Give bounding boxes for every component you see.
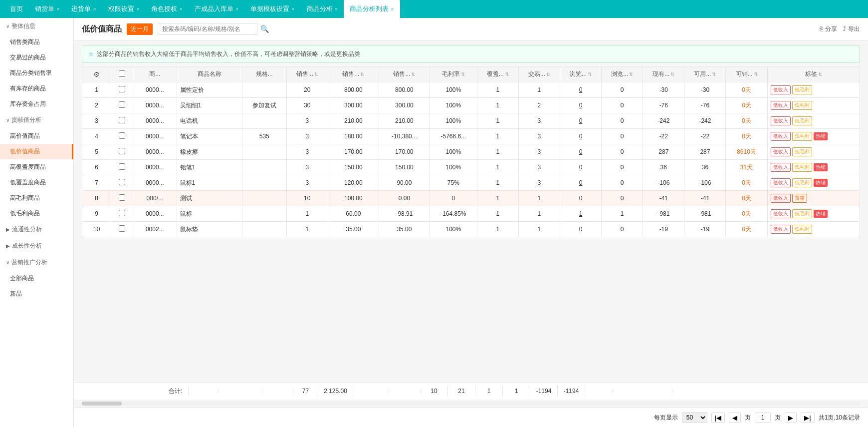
row-browse1-4[interactable]: 0 bbox=[560, 144, 601, 160]
row-browse1-5[interactable]: 0 bbox=[560, 160, 601, 175]
per-page-select[interactable]: 50 100 200 bbox=[682, 412, 707, 423]
col-header-5[interactable]: 销售...⇅ bbox=[286, 66, 328, 82]
table-container[interactable]: ⚙商...商品名称规格...销售...⇅销售...⇅销售...⇅毛利率⇅覆盖..… bbox=[74, 66, 868, 382]
sidebar-group-成长性分析[interactable]: ▶成长性分析 bbox=[0, 238, 73, 254]
row-browse1-0[interactable]: 0 bbox=[560, 82, 601, 98]
col-header-16[interactable]: 标签⇅ bbox=[767, 66, 860, 82]
close-tab-icon[interactable]: × bbox=[56, 6, 59, 12]
col-header-12[interactable]: 浏览...⇅ bbox=[602, 66, 643, 82]
close-tab-icon[interactable]: × bbox=[335, 6, 338, 12]
sort-icon-13[interactable]: ⇅ bbox=[670, 71, 674, 77]
sidebar-item-交易过的商品[interactable]: 交易过的商品 bbox=[0, 50, 73, 65]
nav-item-进货单[interactable]: 进货单 × bbox=[65, 0, 102, 18]
nav-item-销货单[interactable]: 销货单 × bbox=[29, 0, 65, 18]
nav-item-单据模板设置[interactable]: 单据模板设置 × bbox=[244, 0, 300, 18]
close-tab-icon[interactable]: × bbox=[136, 6, 139, 12]
row-checkbox-9[interactable] bbox=[119, 225, 125, 232]
browse1-link-1[interactable]: 0 bbox=[579, 102, 583, 109]
row-checkbox-0[interactable] bbox=[119, 86, 125, 92]
col-header-11[interactable]: 浏览...⇅ bbox=[560, 66, 601, 82]
browse1-link-3[interactable]: 0 bbox=[579, 133, 583, 140]
sidebar-group-流通性分析[interactable]: ▶流通性分析 bbox=[0, 221, 73, 238]
sidebar-item-低价值商品[interactable]: 低价值商品 bbox=[0, 144, 73, 159]
row-check-7[interactable] bbox=[111, 191, 133, 206]
sort-icon-7[interactable]: ⇅ bbox=[411, 71, 415, 77]
browse1-link-5[interactable]: 0 bbox=[579, 164, 583, 171]
sidebar-item-高毛利商品[interactable]: 高毛利商品 bbox=[0, 190, 73, 206]
scrollbar-thumb[interactable] bbox=[82, 402, 122, 406]
sort-icon-10[interactable]: ⇅ bbox=[546, 71, 550, 77]
sidebar-item-全部商品[interactable]: 全部商品 bbox=[0, 271, 73, 286]
col-header-0[interactable]: ⚙ bbox=[82, 66, 111, 82]
browse1-link-7[interactable]: 0 bbox=[579, 195, 583, 202]
sort-icon-6[interactable]: ⇅ bbox=[360, 71, 364, 77]
row-browse1-9[interactable]: 0 bbox=[560, 222, 601, 237]
filter-button[interactable]: 近一月 bbox=[127, 23, 153, 35]
nav-item-商品分析列表[interactable]: 商品分析列表 × bbox=[344, 0, 400, 18]
sidebar-item-商品分类销售率[interactable]: 商品分类销售率 bbox=[0, 65, 73, 81]
row-browse1-3[interactable]: 0 bbox=[560, 129, 601, 144]
sidebar-item-低覆盖度商品[interactable]: 低覆盖度商品 bbox=[0, 175, 73, 190]
col-header-13[interactable]: 现有...⇅ bbox=[643, 66, 684, 82]
row-check-6[interactable] bbox=[111, 175, 133, 191]
sort-icon-16[interactable]: ⇅ bbox=[818, 71, 822, 77]
col-header-4[interactable]: 规格... bbox=[242, 66, 286, 82]
col-header-10[interactable]: 交易...⇅ bbox=[518, 66, 560, 82]
row-checkbox-5[interactable] bbox=[119, 163, 125, 170]
prev-page-button[interactable]: ◀ bbox=[729, 413, 741, 423]
search-button[interactable]: 🔍 bbox=[260, 25, 269, 33]
browse1-link-9[interactable]: 0 bbox=[579, 226, 583, 233]
sort-icon-8[interactable]: ⇅ bbox=[461, 71, 465, 77]
row-check-1[interactable] bbox=[111, 98, 133, 113]
export-button[interactable]: ⤴ 导出 bbox=[843, 25, 860, 33]
nav-item-商品分析[interactable]: 商品分析 × bbox=[301, 0, 344, 18]
row-check-5[interactable] bbox=[111, 160, 133, 175]
col-header-2[interactable]: 商... bbox=[133, 66, 177, 82]
close-tab-icon[interactable]: × bbox=[179, 6, 182, 12]
horizontal-scrollbar[interactable] bbox=[82, 402, 860, 406]
settings-button[interactable]: ⚙ bbox=[93, 70, 100, 78]
nav-item-产成品入库单[interactable]: 产成品入库单 × bbox=[189, 0, 244, 18]
row-check-8[interactable] bbox=[111, 206, 133, 222]
col-header-9[interactable]: 覆盖...⇅ bbox=[477, 66, 518, 82]
row-checkbox-4[interactable] bbox=[119, 148, 125, 154]
row-check-9[interactable] bbox=[111, 222, 133, 237]
browse1-link-6[interactable]: 0 bbox=[579, 179, 583, 186]
row-check-2[interactable] bbox=[111, 113, 133, 129]
nav-item-首页[interactable]: 首页 bbox=[4, 0, 29, 18]
nav-item-角色授权[interactable]: 角色授权 × bbox=[145, 0, 188, 18]
row-checkbox-8[interactable] bbox=[119, 210, 125, 216]
sidebar-item-高覆盖度商品[interactable]: 高覆盖度商品 bbox=[0, 159, 73, 175]
page-number-input[interactable] bbox=[755, 413, 771, 423]
col-header-1[interactable] bbox=[111, 66, 133, 82]
col-header-6[interactable]: 销售...⇅ bbox=[328, 66, 379, 82]
row-check-0[interactable] bbox=[111, 82, 133, 98]
sidebar-group-贡献值分析[interactable]: ∨贡献值分析 bbox=[0, 112, 73, 128]
sidebar-item-低毛利商品[interactable]: 低毛利商品 bbox=[0, 206, 73, 221]
share-button[interactable]: ⎘ 分享 bbox=[820, 25, 837, 33]
row-check-4[interactable] bbox=[111, 144, 133, 160]
row-checkbox-1[interactable] bbox=[119, 101, 125, 108]
col-header-7[interactable]: 销售...⇅ bbox=[379, 66, 430, 82]
sidebar-group-整体信息[interactable]: ∨整体信息 bbox=[0, 18, 73, 34]
sort-icon-5[interactable]: ⇅ bbox=[314, 71, 318, 77]
last-page-button[interactable]: ▶| bbox=[801, 413, 814, 423]
row-checkbox-2[interactable] bbox=[119, 117, 125, 123]
sidebar-item-库存资金占用[interactable]: 库存资金占用 bbox=[0, 96, 73, 112]
row-browse1-1[interactable]: 0 bbox=[560, 98, 601, 113]
sidebar-item-高价值商品[interactable]: 高价值商品 bbox=[0, 128, 73, 144]
sort-icon-11[interactable]: ⇅ bbox=[588, 71, 592, 77]
sort-icon-14[interactable]: ⇅ bbox=[712, 71, 716, 77]
browse1-link-4[interactable]: 0 bbox=[579, 148, 583, 155]
row-browse1-7[interactable]: 0 bbox=[560, 191, 601, 206]
browse1-link-8[interactable]: 1 bbox=[579, 210, 583, 217]
col-header-8[interactable]: 毛利率⇅ bbox=[430, 66, 477, 82]
row-checkbox-3[interactable] bbox=[119, 132, 125, 139]
sort-icon-12[interactable]: ⇅ bbox=[629, 71, 633, 77]
close-tab-icon[interactable]: × bbox=[291, 6, 294, 12]
select-all-checkbox[interactable] bbox=[119, 70, 125, 77]
browse1-link-2[interactable]: 0 bbox=[579, 117, 583, 124]
col-header-14[interactable]: 可用...⇅ bbox=[684, 66, 726, 82]
row-browse1-8[interactable]: 1 bbox=[560, 206, 601, 222]
row-browse1-2[interactable]: 0 bbox=[560, 113, 601, 129]
